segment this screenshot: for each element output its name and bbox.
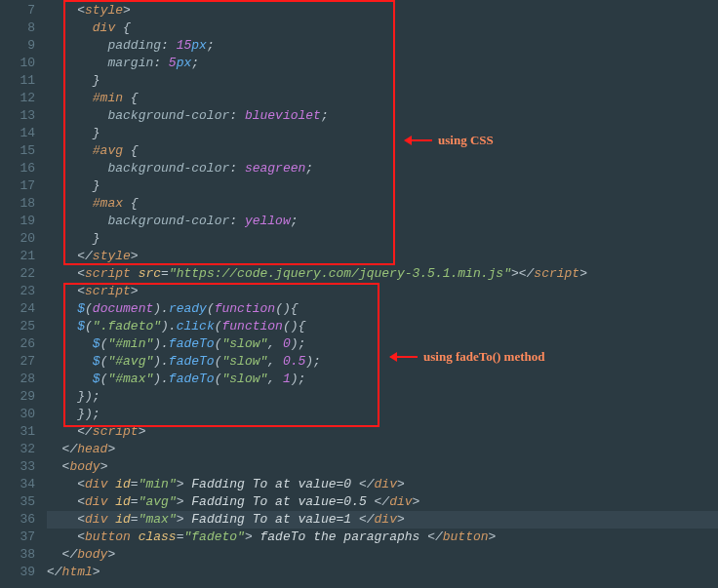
code-editor: 7 8 9 10 11 12 13 14 15 16 17 18 19 20 2… bbox=[0, 0, 718, 588]
code-line: } bbox=[47, 125, 718, 142]
line-number: 38 bbox=[0, 546, 47, 564]
code-line: <div id="avg"> Fadding To at value=0.5 <… bbox=[47, 493, 718, 511]
code-line: </html> bbox=[47, 564, 718, 581]
annotation-css: using CSS bbox=[405, 133, 494, 148]
code-line: $("#avg").fadeTo("slow", 0.5); bbox=[47, 353, 718, 371]
line-number: 30 bbox=[0, 406, 47, 423]
code-line: <div id="max"> Fadding To at value=1 </d… bbox=[47, 511, 718, 529]
code-line: margin: 5px; bbox=[47, 55, 718, 72]
line-number: 21 bbox=[0, 248, 47, 265]
code-line: }); bbox=[47, 388, 718, 406]
arrow-left-icon bbox=[405, 139, 432, 141]
line-number: 37 bbox=[0, 529, 47, 546]
line-number: 22 bbox=[0, 265, 47, 283]
code-line: </body> bbox=[47, 546, 718, 564]
code-line: } bbox=[47, 72, 718, 90]
line-number: 35 bbox=[0, 493, 47, 511]
code-line: background-color: yellow; bbox=[47, 213, 718, 230]
line-number: 15 bbox=[0, 142, 47, 160]
line-number: 20 bbox=[0, 230, 47, 248]
line-number: 34 bbox=[0, 476, 47, 493]
line-number: 27 bbox=[0, 353, 47, 371]
line-number-gutter: 7 8 9 10 11 12 13 14 15 16 17 18 19 20 2… bbox=[0, 0, 47, 588]
line-number: 9 bbox=[0, 37, 47, 55]
code-line: </script> bbox=[47, 423, 718, 441]
line-number: 33 bbox=[0, 458, 47, 476]
line-number: 18 bbox=[0, 195, 47, 213]
line-number: 7 bbox=[0, 2, 47, 20]
code-line: </head> bbox=[47, 441, 718, 458]
code-line: background-color: seagreen; bbox=[47, 160, 718, 177]
code-line: $("#min").fadeTo("slow", 0); bbox=[47, 335, 718, 353]
line-number: 28 bbox=[0, 371, 47, 388]
line-number: 12 bbox=[0, 90, 47, 107]
code-line: #min { bbox=[47, 90, 718, 107]
line-number: 8 bbox=[0, 20, 47, 37]
code-line: <button class="fadeto"> fadeTo the parag… bbox=[47, 529, 718, 546]
line-number: 16 bbox=[0, 160, 47, 177]
line-number: 17 bbox=[0, 177, 47, 195]
code-line: #max { bbox=[47, 195, 718, 213]
code-line: #avg { bbox=[47, 142, 718, 160]
line-number: 24 bbox=[0, 300, 47, 318]
code-line: </style> bbox=[47, 248, 718, 265]
line-number: 10 bbox=[0, 55, 47, 72]
line-number: 11 bbox=[0, 72, 47, 90]
code-line: }); bbox=[47, 406, 718, 423]
annotation-label: using fadeTo() method bbox=[423, 349, 544, 365]
annotation-fadeto: using fadeTo() method bbox=[390, 349, 544, 365]
code-line: <style> bbox=[47, 2, 718, 20]
arrow-left-icon bbox=[390, 356, 418, 358]
code-line: $(".fadeto").click(function(){ bbox=[47, 318, 718, 335]
line-number: 26 bbox=[0, 335, 47, 353]
line-number: 19 bbox=[0, 213, 47, 230]
code-line: padding: 15px; bbox=[47, 37, 718, 55]
line-number: 32 bbox=[0, 441, 47, 458]
code-line: <div id="min"> Fadding To at value=0 </d… bbox=[47, 476, 718, 493]
code-line: div { bbox=[47, 20, 718, 37]
code-line: <script src="https://code.jquery.com/jqu… bbox=[47, 265, 718, 283]
code-line: $("#max").fadeTo("slow", 1); bbox=[47, 371, 718, 388]
code-line: $(document).ready(function(){ bbox=[47, 300, 718, 318]
code-line: } bbox=[47, 177, 718, 195]
line-number: 29 bbox=[0, 388, 47, 406]
code-line: background-color: blueviolet; bbox=[47, 107, 718, 125]
line-number: 14 bbox=[0, 125, 47, 142]
code-line: } bbox=[47, 230, 718, 248]
line-number: 31 bbox=[0, 423, 47, 441]
line-number: 39 bbox=[0, 564, 47, 581]
line-number: 13 bbox=[0, 107, 47, 125]
line-number: 23 bbox=[0, 283, 47, 300]
annotation-label: using CSS bbox=[438, 133, 494, 148]
code-line: <body> bbox=[47, 458, 718, 476]
code-area[interactable]: <style> div { padding: 15px; margin: 5px… bbox=[47, 0, 718, 588]
line-number: 25 bbox=[0, 318, 47, 335]
line-number: 36 bbox=[0, 511, 47, 529]
code-line: <script> bbox=[47, 283, 718, 300]
